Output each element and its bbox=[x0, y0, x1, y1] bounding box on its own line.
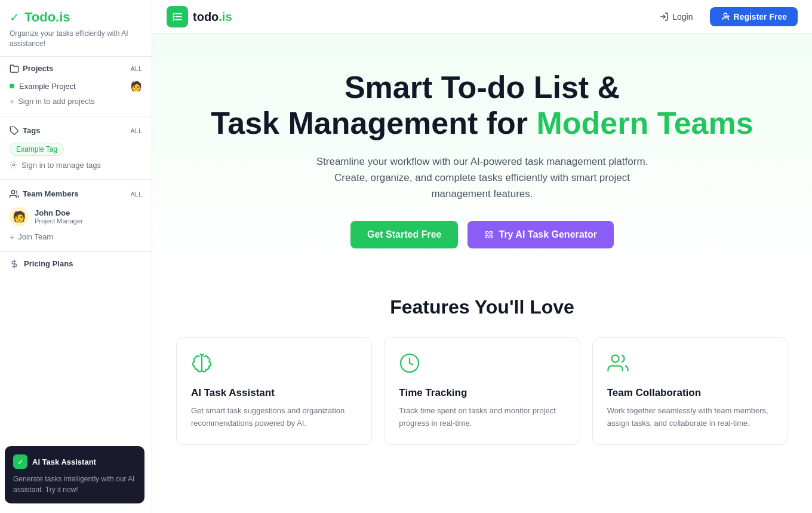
sidebar-team-header: Team Members ALL bbox=[10, 189, 142, 199]
get-started-button[interactable]: Get Started Free bbox=[350, 221, 458, 248]
feature-card-team: Team Collaboration Work together seamles… bbox=[592, 337, 788, 445]
project-item-example[interactable]: Example Project 🧑 bbox=[10, 78, 142, 94]
main-content: todo.is Login Register Free bbox=[152, 0, 812, 513]
topbar-actions: Login Register Free bbox=[650, 7, 798, 26]
tag-chip-example[interactable]: Example Tag bbox=[10, 143, 64, 156]
hero-buttons: Get Started Free Try AI Task Generator bbox=[176, 221, 788, 248]
clock-icon bbox=[399, 352, 565, 379]
project-name: Example Project bbox=[19, 82, 76, 91]
member-name-john: John Doe bbox=[35, 208, 83, 217]
login-icon bbox=[659, 12, 669, 21]
member-role-john: Project Manager bbox=[35, 217, 83, 225]
features-grid: AI Task Assistant Get smart task suggest… bbox=[176, 337, 788, 445]
hero-accent-text: Modern Teams bbox=[537, 106, 753, 140]
feature-ai-desc: Get smart task suggestions and organizat… bbox=[191, 405, 357, 430]
sidebar-tags-section: Tags ALL Example Tag Sign in to manage t… bbox=[0, 119, 152, 177]
sidebar-tags-all[interactable]: ALL bbox=[130, 127, 142, 134]
sparkle-icon bbox=[484, 230, 494, 239]
topbar-logo-icon bbox=[167, 6, 188, 27]
topbar: todo.is Login Register Free bbox=[152, 0, 812, 34]
plus-icon: + bbox=[10, 97, 14, 106]
join-team-label: Join Team bbox=[18, 232, 53, 241]
topbar-logo: todo.is bbox=[167, 6, 232, 27]
register-icon bbox=[721, 12, 730, 21]
folder-icon bbox=[10, 64, 19, 73]
features-section: Features You'll Love AI Task Assistant G… bbox=[152, 272, 812, 469]
feature-card-ai: AI Task Assistant Get smart task suggest… bbox=[176, 337, 372, 445]
sidebar-tags-title: Tags bbox=[10, 126, 40, 136]
svg-rect-14 bbox=[490, 235, 493, 238]
sidebar-header: ✓ Todo.is Organize your tasks efficientl… bbox=[0, 0, 152, 57]
project-emoji: 🧑 bbox=[130, 81, 142, 92]
manage-tags-label: Sign in to manage tags bbox=[21, 161, 101, 170]
hero-title: Smart To-do List & Task Management for M… bbox=[176, 70, 788, 142]
topbar-logo-text: todo.is bbox=[193, 10, 232, 24]
ai-toast-title: AI Task Assistant bbox=[32, 457, 96, 466]
sidebar-projects-title: Projects bbox=[10, 64, 53, 73]
sidebar-logo: ✓ Todo.is bbox=[10, 10, 142, 25]
sidebar-team-section: Team Members ALL 🧑 John Doe Project Mana… bbox=[0, 182, 152, 249]
features-title: Features You'll Love bbox=[176, 296, 788, 318]
ai-toast-description: Generate tasks intelligently with our AI… bbox=[13, 474, 136, 495]
feature-team-desc: Work together seamlessly with team membe… bbox=[607, 405, 773, 430]
tag-icon bbox=[10, 126, 19, 136]
svg-point-2 bbox=[11, 191, 14, 193]
hero-section: Smart To-do List & Task Management for M… bbox=[152, 34, 812, 272]
pricing-item[interactable]: Pricing Plans bbox=[0, 254, 152, 274]
svg-point-16 bbox=[611, 355, 619, 363]
divider-3 bbox=[0, 251, 152, 252]
feature-team-title: Team Collaboration bbox=[607, 387, 773, 399]
divider-2 bbox=[0, 179, 152, 180]
project-status-dot bbox=[10, 84, 14, 88]
member-info-john: John Doe Project Manager bbox=[35, 208, 83, 225]
feature-time-title: Time Tracking bbox=[399, 387, 565, 399]
member-avatar-john: 🧑 bbox=[10, 207, 29, 226]
feature-ai-title: AI Task Assistant bbox=[191, 387, 357, 399]
feature-card-time: Time Tracking Track time spent on tasks … bbox=[384, 337, 580, 445]
manage-tags-item[interactable]: Sign in to manage tags bbox=[10, 158, 142, 172]
pricing-label: Pricing Plans bbox=[24, 259, 73, 268]
add-project-item[interactable]: + Sign in to add projects bbox=[10, 94, 142, 109]
sidebar: ✓ Todo.is Organize your tasks efficientl… bbox=[0, 0, 152, 513]
sidebar-projects-all[interactable]: ALL bbox=[130, 65, 142, 72]
collaboration-icon bbox=[607, 352, 773, 379]
sidebar-team-all[interactable]: ALL bbox=[130, 191, 142, 198]
brain-icon bbox=[191, 352, 357, 379]
sidebar-projects-header: Projects ALL bbox=[10, 64, 142, 73]
sidebar-projects-section: Projects ALL Example Project 🧑 + Sign in… bbox=[0, 57, 152, 113]
join-team-plus-icon: + bbox=[10, 232, 14, 242]
sidebar-team-title: Team Members bbox=[10, 189, 79, 199]
register-button[interactable]: Register Free bbox=[710, 7, 798, 26]
add-project-label: Sign in to add projects bbox=[18, 97, 95, 106]
feature-time-desc: Track time spent on tasks and monitor pr… bbox=[399, 405, 565, 430]
sidebar-logo-text: Todo.is bbox=[24, 10, 70, 25]
manage-tags-icon bbox=[10, 161, 18, 169]
hero-subtitle: Streamline your workflow with our AI-pow… bbox=[309, 153, 656, 202]
svg-point-8 bbox=[724, 13, 727, 16]
sidebar-tags-header: Tags ALL bbox=[10, 126, 142, 136]
team-members-icon bbox=[10, 189, 19, 199]
ai-toast-check-icon: ✓ bbox=[13, 454, 27, 469]
svg-rect-13 bbox=[486, 235, 488, 238]
login-button[interactable]: Login bbox=[650, 7, 702, 26]
svg-rect-11 bbox=[486, 232, 488, 234]
svg-rect-12 bbox=[490, 232, 493, 234]
sidebar-tagline: Organize your tasks efficiently with AI … bbox=[10, 29, 142, 49]
ai-task-button[interactable]: Try AI Task Generator bbox=[467, 221, 614, 248]
divider-1 bbox=[0, 116, 152, 116]
member-item-john[interactable]: 🧑 John Doe Project Manager bbox=[10, 204, 142, 230]
svg-point-1 bbox=[13, 164, 15, 166]
ai-task-toast[interactable]: ✓ AI Task Assistant Generate tasks intel… bbox=[5, 446, 144, 503]
join-team-item[interactable]: + Join Team bbox=[10, 230, 142, 244]
pricing-dollar-icon bbox=[10, 259, 19, 269]
ai-toast-header: ✓ AI Task Assistant bbox=[13, 454, 136, 469]
todo-check-icon: ✓ bbox=[10, 10, 20, 24]
